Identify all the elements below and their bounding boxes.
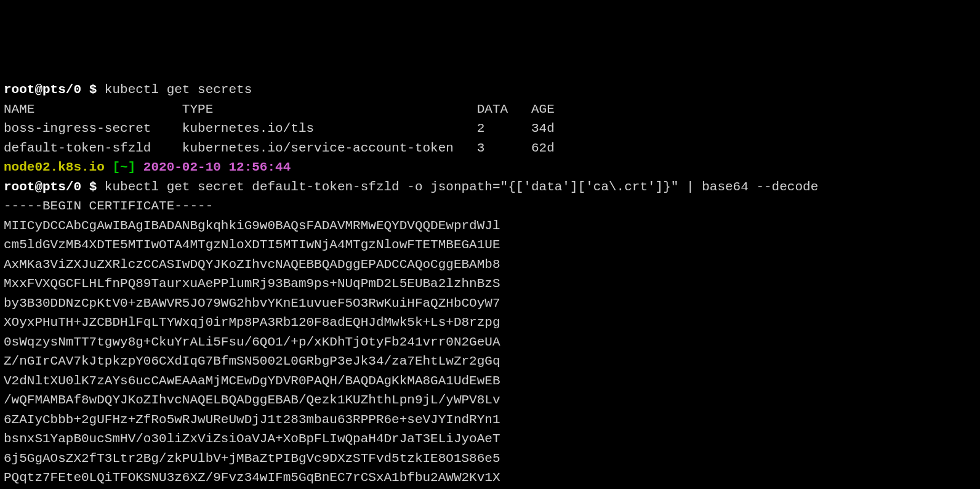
- cert-line: 6ZAIyCbbb+2gUFHz+ZfRo5wRJwUReUwDjJ1t283m…: [4, 413, 500, 427]
- cert-line: bsnxS1YapB0ucSmHV/o30liZxViZsiOaVJA+XoBp…: [4, 432, 500, 446]
- cert-line: 0sWqzysNmTT7tgwy8g+CkuYrALi5Fsu/6QO1/+p/…: [4, 335, 500, 349]
- cwd-path: [~]: [105, 160, 143, 174]
- prompt-user-host: root@pts/0: [4, 83, 81, 97]
- cert-line: V2dNltXU0lK7zAYs6ucCAwEAAaMjMCEwDgYDVR0P…: [4, 374, 500, 388]
- cert-line: PQqtz7FEte0LQiTFOKSNU3z6XZ/9Fvz34wIFm5Gq…: [4, 471, 500, 485]
- cert-line: Z/nGIrCAV7kJtpkzpY06CXdIqG7BfmSN5002L0GR…: [4, 354, 500, 368]
- cert-line: MIICyDCCAbCgAwIBAgIBADANBgkqhkiG9w0BAQsF…: [4, 219, 500, 233]
- table-row: default-token-sfzld kubernetes.io/servic…: [4, 141, 555, 155]
- cert-line: by3B30DDNzCpKtV0+zBAWVR5JO79WG2hbvYKnE1u…: [4, 296, 500, 310]
- prompt-dollar: $: [81, 83, 105, 97]
- cert-line: XOyxPHuTH+JZCBDHlFqLTYWxqj0irMp8PA3Rb120…: [4, 315, 500, 329]
- prompt-dollar: $: [81, 180, 105, 194]
- timestamp: 2020-02-10 12:56:44: [143, 160, 291, 174]
- cert-line: MxxFVXQGCFLHLfnPQ89TaurxuAePPlumRj93Bam9…: [4, 277, 500, 291]
- command-text: kubectl get secrets: [105, 83, 252, 97]
- cert-line: 6j5GgAOsZX2fT3Ltr2Bg/zkPUlbV+jMBaZtPIBgV…: [4, 451, 500, 466]
- terminal-output: root@pts/0 $ kubectl get secrets NAME TY…: [4, 80, 976, 489]
- command-text: kubectl get secret default-token-sfzld -…: [105, 180, 818, 194]
- status-line: node02.k8s.io [~] 2020-02-10 12:56:44: [4, 160, 291, 174]
- prompt-line-2[interactable]: root@pts/0 $ kubectl get secret default-…: [4, 180, 818, 194]
- prompt-line-1[interactable]: root@pts/0 $ kubectl get secrets: [4, 83, 252, 97]
- cert-begin: -----BEGIN CERTIFICATE-----: [4, 199, 213, 213]
- table-header: NAME TYPE DATA AGE: [4, 102, 555, 116]
- cert-line: /wQFMAMBAf8wDQYJKoZIhvcNAQELBQADggEBAB/Q…: [4, 393, 500, 407]
- prompt-user-host: root@pts/0: [4, 180, 81, 194]
- table-row: boss-ingress-secret kubernetes.io/tls 2 …: [4, 121, 555, 135]
- hostname: node02.k8s.io: [4, 160, 105, 174]
- cert-line: cm5ldGVzMB4XDTE5MTIwOTA4MTgzNloXDTI5MTIw…: [4, 238, 500, 252]
- cert-line: AxMKa3ViZXJuZXRlczCCASIwDQYJKoZIhvcNAQEB…: [4, 257, 500, 272]
